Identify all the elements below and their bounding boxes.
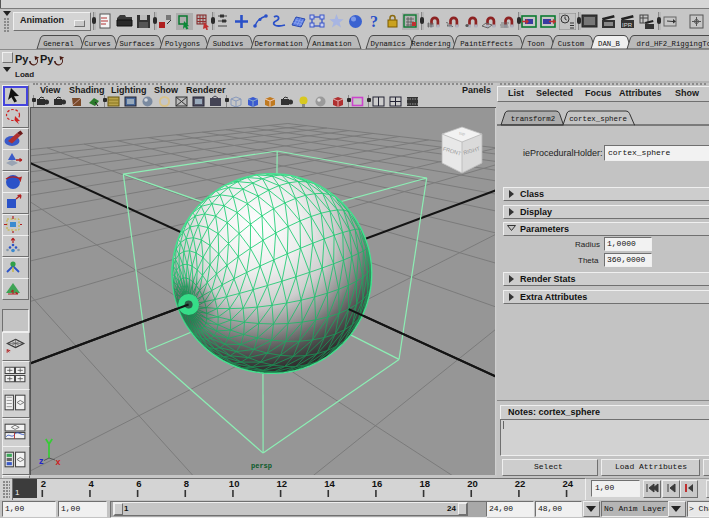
svg-text:Py: Py: [40, 53, 54, 65]
svg-text:Deformation: Deformation: [254, 40, 302, 48]
svg-text:20: 20: [467, 478, 478, 489]
svg-text:6: 6: [136, 478, 141, 489]
svg-text:Rendering: Rendering: [411, 40, 450, 48]
svg-text:Custom: Custom: [558, 40, 584, 48]
svg-text:Animation: Animation: [312, 40, 351, 48]
svg-text:?: ?: [370, 13, 378, 30]
svg-text:18: 18: [419, 478, 430, 489]
svg-text:PaintEffects: PaintEffects: [460, 40, 513, 48]
svg-text:x: x: [56, 457, 61, 466]
svg-text:DAN_B: DAN_B: [598, 40, 621, 48]
svg-text:12: 12: [277, 478, 288, 489]
svg-text:Dynamics: Dynamics: [370, 40, 405, 48]
svg-text:Subdivs: Subdivs: [213, 40, 244, 48]
svg-text:General: General: [43, 40, 74, 48]
svg-text:16: 16: [372, 478, 383, 489]
svg-text:8: 8: [184, 478, 189, 489]
svg-text:Toon: Toon: [527, 40, 545, 48]
svg-text:4: 4: [89, 478, 95, 489]
svg-text:Surfaces: Surfaces: [119, 40, 154, 48]
svg-text:2: 2: [41, 478, 46, 489]
svg-text:z: z: [39, 456, 44, 465]
svg-text:Polygons: Polygons: [165, 40, 200, 48]
svg-text:IPR: IPR: [622, 22, 633, 28]
svg-text:10: 10: [229, 478, 240, 489]
svg-text:24: 24: [562, 478, 573, 489]
svg-text:Py: Py: [15, 53, 29, 65]
svg-text:cortex_sphere: cortex_sphere: [569, 115, 627, 123]
svg-text:drd_HF2_RiggingToo: drd_HF2_RiggingToo: [637, 40, 709, 48]
svg-text:14: 14: [324, 478, 335, 489]
svg-text:transform2: transform2: [511, 115, 555, 123]
svg-text:Curves: Curves: [84, 40, 110, 48]
svg-text:22: 22: [515, 478, 526, 489]
